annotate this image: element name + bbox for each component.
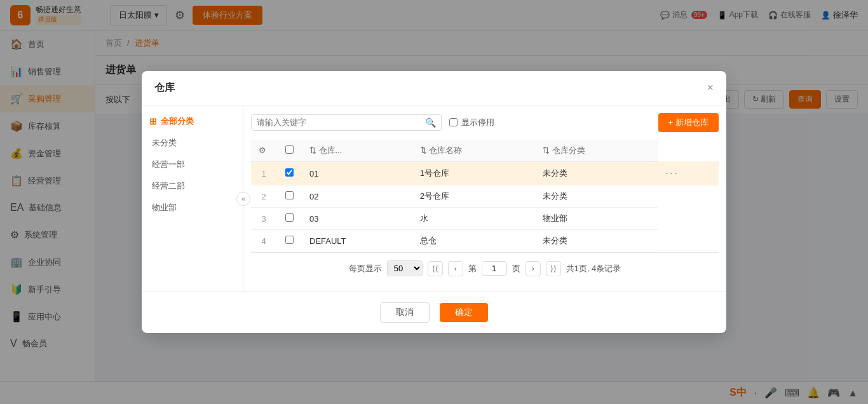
row-checkbox[interactable] xyxy=(285,168,294,177)
row-checkbox-cell xyxy=(276,208,302,230)
row-more-button[interactable]: ··· xyxy=(665,166,679,179)
grid-icon: ⊞ xyxy=(149,116,157,126)
select-all-checkbox[interactable] xyxy=(285,145,294,154)
category-all-label: 全部分类 xyxy=(161,116,194,127)
modal-title: 仓库 xyxy=(154,81,175,95)
modal-body: ⊞ 全部分类 未分类经营一部经营二部物业部 « 🔍 显示停用 xyxy=(142,105,726,292)
category-all[interactable]: ⊞ 全部分类 xyxy=(142,111,243,132)
row-code: DEFAULT xyxy=(302,230,412,252)
total-info: 共1页, 4条记录 xyxy=(566,263,621,274)
cancel-button[interactable]: 取消 xyxy=(380,302,430,323)
row-index: 2 xyxy=(251,185,276,208)
table-body: 1 01 1号仓库 未分类 ··· 2 02 2号仓库 未分类 3 03 水 物… xyxy=(251,161,719,252)
show-disabled-label[interactable]: 显示停用 xyxy=(449,117,494,128)
table-row[interactable]: 1 01 1号仓库 未分类 ··· xyxy=(251,161,719,185)
modal-close-button[interactable]: × xyxy=(707,81,714,95)
row-index: 1 xyxy=(251,161,276,185)
category-item-0[interactable]: 未分类 xyxy=(142,132,243,154)
row-code: 03 xyxy=(302,208,412,230)
search-icon[interactable]: 🔍 xyxy=(425,118,436,128)
row-name: 1号仓库 xyxy=(412,161,535,185)
row-category: 物业部 xyxy=(535,208,658,230)
per-page-label: 每页显示 xyxy=(349,263,382,274)
col-checkbox xyxy=(276,140,302,162)
page-word: 第 xyxy=(468,263,477,274)
col-category: ⇅ 仓库分类 xyxy=(535,140,658,162)
table-container: ⚙ ⇅ 仓库... ⇅ 仓库名称 xyxy=(251,140,719,253)
row-category: 未分类 xyxy=(535,185,658,208)
collapse-button[interactable]: « xyxy=(236,192,250,206)
first-page-button[interactable]: ⟨⟨ xyxy=(428,261,443,276)
warehouse-table: ⚙ ⇅ 仓库... ⇅ 仓库名称 xyxy=(251,140,719,253)
row-name: 2号仓库 xyxy=(412,185,535,208)
table-toolbar: 🔍 显示停用 + 新增仓库 xyxy=(251,113,719,132)
row-checkbox[interactable] xyxy=(285,213,294,222)
sort-icon-2: ⇅ xyxy=(420,145,427,155)
category-sidebar: ⊞ 全部分类 未分类经营一部经营二部物业部 « xyxy=(142,105,243,292)
row-index: 4 xyxy=(251,230,276,252)
sort-icon: ⇅ xyxy=(309,145,316,155)
settings-col-icon: ⚙ xyxy=(259,145,266,155)
row-actions: ··· xyxy=(658,161,719,185)
prev-page-button[interactable]: ‹ xyxy=(448,261,463,276)
modal-footer: 取消 确定 xyxy=(142,292,726,333)
table-row[interactable]: 4 DEFAULT 总仓 未分类 xyxy=(251,230,719,252)
category-item-3[interactable]: 物业部 xyxy=(142,197,243,219)
table-row[interactable]: 2 02 2号仓库 未分类 xyxy=(251,185,719,208)
table-row[interactable]: 3 03 水 物业部 xyxy=(251,208,719,230)
search-input[interactable] xyxy=(257,118,421,127)
row-checkbox-cell xyxy=(276,161,302,185)
row-code: 01 xyxy=(302,161,412,185)
row-checkbox-cell xyxy=(276,230,302,252)
modal-overlay: 仓库 × ⊞ 全部分类 未分类经营一部经营二部物业部 « 🔍 xyxy=(0,0,868,404)
category-item-1[interactable]: 经营一部 xyxy=(142,154,243,175)
row-name: 总仓 xyxy=(412,230,535,252)
page-input[interactable] xyxy=(482,261,507,276)
page-suffix: 页 xyxy=(512,263,520,274)
table-area: 🔍 显示停用 + 新增仓库 ⚙ xyxy=(243,105,726,292)
next-page-button[interactable]: › xyxy=(526,261,541,276)
category-item-2[interactable]: 经营二部 xyxy=(142,175,243,197)
category-items: 未分类经营一部经营二部物业部 xyxy=(142,132,243,219)
row-checkbox-cell xyxy=(276,185,302,208)
col-name: ⇅ 仓库名称 xyxy=(412,140,535,162)
row-code: 02 xyxy=(302,185,412,208)
show-disabled-checkbox[interactable] xyxy=(449,118,458,126)
last-page-button[interactable]: ⟩⟩ xyxy=(546,261,561,276)
row-name: 水 xyxy=(412,208,535,230)
confirm-button[interactable]: 确定 xyxy=(440,303,488,322)
search-box: 🔍 xyxy=(251,114,442,131)
row-index: 3 xyxy=(251,208,276,230)
col-code: ⇅ 仓库... xyxy=(302,140,412,162)
col-settings: ⚙ xyxy=(251,140,276,162)
row-category: 未分类 xyxy=(535,161,658,185)
pagination: 每页显示 50 100 ⟨⟨ ‹ 第 页 › ⟩⟩ 共1页, 4条记录 xyxy=(251,252,719,284)
per-page-select[interactable]: 50 100 xyxy=(387,260,423,276)
row-category: 未分类 xyxy=(535,230,658,252)
table-header-row: ⚙ ⇅ 仓库... ⇅ 仓库名称 xyxy=(251,140,719,162)
sort-icon-3: ⇅ xyxy=(543,145,550,155)
modal-header: 仓库 × xyxy=(142,71,726,105)
row-checkbox[interactable] xyxy=(285,236,294,244)
warehouse-modal: 仓库 × ⊞ 全部分类 未分类经营一部经营二部物业部 « 🔍 xyxy=(142,71,726,333)
add-warehouse-button[interactable]: + 新增仓库 xyxy=(658,113,719,132)
row-checkbox[interactable] xyxy=(285,191,294,199)
